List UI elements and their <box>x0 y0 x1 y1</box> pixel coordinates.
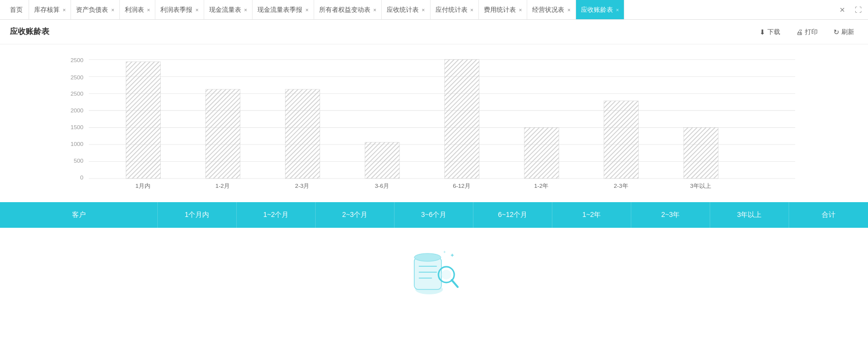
svg-text:✦: ✦ <box>450 252 455 259</box>
svg-text:1500: 1500 <box>71 124 84 131</box>
main-content: 2500 2500 2500 2000 1500 1000 500 0 <box>0 44 868 355</box>
close-icon[interactable]: × <box>519 7 522 13</box>
col-3year-plus-label: 3年以上 <box>737 211 762 219</box>
svg-text:1月内: 1月内 <box>136 182 151 189</box>
print-icon: 🖨 <box>796 28 803 36</box>
svg-point-33 <box>441 270 451 280</box>
svg-rect-27 <box>414 257 441 289</box>
tab-operations[interactable]: 经营状况表 × <box>527 0 576 20</box>
svg-text:2500: 2500 <box>71 90 84 97</box>
download-button[interactable]: ⬇ 下载 <box>756 26 784 38</box>
col-6-12month-label: 6~12个月 <box>498 211 528 219</box>
svg-text:3-6月: 3-6月 <box>375 182 389 189</box>
close-icon[interactable]: × <box>305 7 308 13</box>
close-icon[interactable]: × <box>567 7 570 13</box>
svg-text:2-3月: 2-3月 <box>295 182 309 189</box>
col-3year-plus: 3年以上 <box>710 202 789 228</box>
bar-2-3年 <box>604 101 639 178</box>
svg-text:1000: 1000 <box>71 141 84 147</box>
tab-receivable-stats[interactable]: 应收统计表 × <box>382 0 430 20</box>
tab-operations-label: 经营状况表 <box>532 5 564 14</box>
print-button[interactable]: 🖨 打印 <box>792 26 822 38</box>
col-customer-label: 客户 <box>72 211 86 219</box>
tab-ar-aging[interactable]: 应收账龄表 × <box>576 0 624 20</box>
col-2-3year: 2~3年 <box>631 202 710 228</box>
refresh-icon: ↻ <box>833 28 839 36</box>
tab-payable-stats-label: 应付统计表 <box>435 5 468 14</box>
col-total-label: 合计 <box>822 211 835 219</box>
bar-2-3月 <box>285 89 320 178</box>
col-1-2year: 1~2年 <box>552 202 631 228</box>
empty-state: ✦ ✦ <box>0 228 868 317</box>
close-icon[interactable]: × <box>63 7 66 13</box>
tab-home[interactable]: 首页 <box>4 0 29 20</box>
col-1month-label: 1个月内 <box>185 211 210 219</box>
tab-bar: 首页 库存核算 × 资产负债表 × 利润表 × 利润表季报 × 现金流量表 × … <box>0 0 868 20</box>
svg-text:3年以上: 3年以上 <box>690 182 711 189</box>
tab-inventory-label: 库存核算 <box>34 5 60 14</box>
bar-3-6月 <box>365 142 399 178</box>
maximize-window-button[interactable]: ⛶ <box>852 4 864 16</box>
tab-cashflow-quarterly[interactable]: 现金流量表季报 × <box>253 0 314 20</box>
tab-inventory[interactable]: 库存核算 × <box>29 0 71 20</box>
window-controls: ✕ ⛶ <box>836 4 864 16</box>
tab-profit-loss[interactable]: 利润表 × <box>120 0 155 20</box>
chart-container: 2500 2500 2500 2000 1500 1000 500 0 <box>20 54 848 192</box>
tab-equity-label: 所有者权益变动表 <box>319 5 370 14</box>
svg-point-28 <box>414 253 441 261</box>
col-1month: 1个月内 <box>158 202 237 228</box>
close-icon[interactable]: × <box>373 7 376 13</box>
col-2-3month-label: 2~3个月 <box>342 211 368 219</box>
print-label: 打印 <box>805 28 818 36</box>
svg-text:2000: 2000 <box>71 107 84 114</box>
close-icon[interactable]: × <box>147 7 150 13</box>
svg-text:6-12月: 6-12月 <box>453 182 470 189</box>
refresh-label: 刷新 <box>841 28 854 36</box>
close-icon[interactable]: × <box>470 7 473 13</box>
tab-profit-quarterly[interactable]: 利润表季报 × <box>155 0 204 20</box>
close-icon[interactable]: × <box>616 7 619 13</box>
col-1-2month-label: 1~2个月 <box>263 211 289 219</box>
tab-ar-aging-label: 应收账龄表 <box>581 5 613 14</box>
chart-section: 2500 2500 2500 2000 1500 1000 500 0 <box>0 44 868 202</box>
col-1-2month: 1~2个月 <box>237 202 316 228</box>
tab-cashflow-quarterly-label: 现金流量表季报 <box>257 5 302 14</box>
tab-expense-stats-label: 费用统计表 <box>484 5 516 14</box>
tab-equity[interactable]: 所有者权益变动表 × <box>314 0 382 20</box>
svg-text:2-3年: 2-3年 <box>614 182 628 189</box>
svg-text:1-2年: 1-2年 <box>534 182 548 189</box>
svg-text:✦: ✦ <box>443 250 446 254</box>
col-2-3month: 2~3个月 <box>316 202 395 228</box>
close-window-button[interactable]: ✕ <box>836 4 848 16</box>
svg-text:0: 0 <box>80 174 84 181</box>
col-3-6month: 3~6个月 <box>395 202 473 228</box>
refresh-button[interactable]: ↻ 刷新 <box>830 26 858 38</box>
svg-text:2500: 2500 <box>71 57 84 64</box>
tab-balance-sheet[interactable]: 资产负债表 × <box>71 0 119 20</box>
close-icon[interactable]: × <box>244 7 247 13</box>
close-icon[interactable]: × <box>195 7 198 13</box>
col-3-6month-label: 3~6个月 <box>421 211 447 219</box>
page-actions: ⬇ 下载 🖨 打印 ↻ 刷新 <box>756 26 858 38</box>
bar-chart: 2500 2500 2500 2000 1500 1000 500 0 <box>20 54 848 192</box>
tab-cashflow[interactable]: 现金流量表 × <box>204 0 253 20</box>
tab-profit-loss-label: 利润表 <box>125 5 144 14</box>
bar-1-2月 <box>206 89 240 178</box>
svg-text:2500: 2500 <box>71 74 84 81</box>
close-icon[interactable]: × <box>111 7 114 13</box>
svg-text:500: 500 <box>73 157 83 164</box>
download-icon: ⬇ <box>760 28 765 36</box>
col-2-3year-label: 2~3年 <box>661 211 680 219</box>
bar-3年以上 <box>684 128 718 178</box>
col-1-2year-label: 1~2年 <box>582 211 601 219</box>
svg-line-34 <box>452 280 458 287</box>
col-customer: 客户 <box>0 202 158 228</box>
bar-6-12月 <box>445 60 479 178</box>
home-tab-label: 首页 <box>10 5 23 14</box>
close-icon[interactable]: × <box>422 7 425 13</box>
bar-1月内 <box>126 62 160 178</box>
tab-cashflow-label: 现金流量表 <box>209 5 241 14</box>
tab-balance-sheet-label: 资产负债表 <box>76 5 108 14</box>
tab-payable-stats[interactable]: 应付统计表 × <box>431 0 479 20</box>
tab-expense-stats[interactable]: 费用统计表 × <box>479 0 527 20</box>
